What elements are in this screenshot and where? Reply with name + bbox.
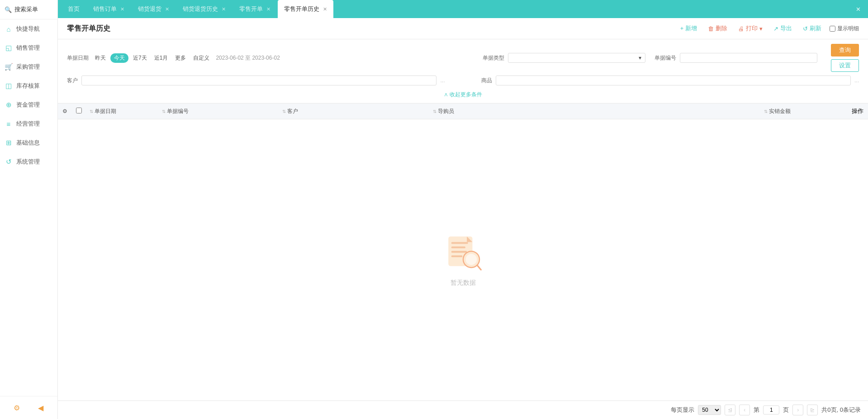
sidebar-search[interactable]: 🔍 搜索采单 <box>0 0 57 19</box>
date-btn-more[interactable]: 更多 <box>172 53 189 63</box>
tab-sales-order[interactable]: 销售订单 ✕ <box>87 0 131 18</box>
col-number-label: 单据编号 <box>167 108 189 115</box>
sidebar-item-label: 资金管理 <box>16 101 40 109</box>
col-checkbox <box>76 108 90 115</box>
empty-illustration <box>441 233 486 273</box>
date-btn-yesterday[interactable]: 昨天 <box>92 53 109 63</box>
refresh-button[interactable]: ↺ 刷新 <box>800 23 824 34</box>
date-btn-7days[interactable]: 近7天 <box>130 53 150 63</box>
print-arrow-icon: ▾ <box>759 25 763 32</box>
sort-amount-btn[interactable]: ⇅ 实销金额 <box>764 108 836 115</box>
date-btn-today[interactable]: 今天 <box>110 53 128 63</box>
tab-sales-return-history-close[interactable]: ✕ <box>222 6 226 12</box>
col-action: 操作 <box>836 107 863 115</box>
sidebar-item-inventory[interactable]: ◫ 库存核算 <box>0 76 57 95</box>
date-btn-1month[interactable]: 近1月 <box>152 53 171 63</box>
col-customer-label: 客户 <box>287 108 298 115</box>
filter-goods-label: 商品 <box>481 77 492 85</box>
sidebar-bottom: ⚙ ◀ <box>0 396 57 419</box>
sidebar-item-finance[interactable]: ⊕ 资金管理 <box>0 95 57 114</box>
tab-sales-order-close[interactable]: ✕ <box>120 6 124 12</box>
select-all-checkbox[interactable] <box>76 108 82 113</box>
first-page-btn[interactable]: ⊴ <box>725 405 735 415</box>
filter-customer-dots[interactable]: ... <box>440 77 445 84</box>
add-button[interactable]: + 新增 <box>678 23 700 34</box>
prev-page-btn[interactable]: ‹ <box>739 405 750 415</box>
print-button[interactable]: 🖨 打印 ▾ <box>735 23 765 34</box>
sidebar-item-quick-nav[interactable]: ⌂ 快捷导航 <box>0 19 57 38</box>
filter-date-btns: 昨天 今天 近7天 近1月 更多 自定义 <box>92 53 212 63</box>
filter-customer-input[interactable] <box>81 75 436 85</box>
sidebar-item-basic[interactable]: ⊞ 基础信息 <box>0 133 57 152</box>
display-toggle[interactable]: 显示明细 <box>830 25 859 33</box>
topbar-close-btn[interactable]: ✕ <box>856 6 861 13</box>
collapse-label: ∧ 收起更多条件 <box>444 91 482 99</box>
filter-number-label: 单据编号 <box>655 54 676 62</box>
sidebar-item-sales[interactable]: ◱ 销售管理 <box>0 38 57 57</box>
filter-number-input[interactable] <box>680 53 817 63</box>
page-number-input[interactable] <box>763 405 779 414</box>
sort-guide-btn[interactable]: ⇅ 导购员 <box>433 108 523 115</box>
topbar-right: ✕ <box>856 6 864 13</box>
page-label: 第 <box>754 406 759 414</box>
svg-point-6 <box>465 254 477 265</box>
search-icon: 🔍 <box>5 6 12 13</box>
tab-sales-return-history[interactable]: 销货退货历史 ✕ <box>176 0 232 18</box>
tab-retail-history-close[interactable]: ✕ <box>323 6 327 12</box>
export-label: 导出 <box>780 24 792 33</box>
query-button[interactable]: 查询 <box>831 44 859 56</box>
column-settings-btn[interactable]: ⚙ <box>62 108 76 114</box>
date-btn-custom[interactable]: 自定义 <box>190 53 212 63</box>
filter-goods: 商品 ... <box>481 75 859 85</box>
collapse-btn[interactable]: ∧ 收起更多条件 <box>67 89 859 99</box>
sort-date-btn[interactable]: ⇅ 单据日期 <box>90 108 162 115</box>
topbar: 首页 销售订单 ✕ 销货退货 ✕ 销货退货历史 ✕ 零售开单 ✕ 零售开单历史 … <box>58 0 868 18</box>
tab-retail-open-close[interactable]: ✕ <box>266 6 270 12</box>
tab-sales-order-label: 销售订单 <box>93 5 117 13</box>
tab-retail-open[interactable]: 零售开单 ✕ <box>233 0 277 18</box>
print-label: 打印 <box>746 24 758 33</box>
export-icon: ↗ <box>773 25 778 32</box>
per-page-select[interactable]: 50 100 200 <box>698 405 721 415</box>
filter-settings-button[interactable]: 设置 <box>831 59 859 72</box>
sidebar-item-purchase[interactable]: 🛒 采购管理 <box>0 57 57 76</box>
sidebar-item-label: 经营管理 <box>16 120 40 128</box>
sidebar-settings-icon[interactable]: ⚙ <box>10 401 24 414</box>
tab-sales-return-close[interactable]: ✕ <box>165 6 169 12</box>
svg-rect-3 <box>451 251 466 253</box>
sort-customer-btn[interactable]: ⇅ 客户 <box>282 108 433 115</box>
display-toggle-checkbox[interactable] <box>830 26 835 32</box>
last-page-btn[interactable]: ⊵ <box>807 405 818 415</box>
refresh-icon: ↺ <box>803 25 808 32</box>
sidebar-collapse-icon[interactable]: ◀ <box>34 401 47 414</box>
filter-goods-input[interactable] <box>496 75 851 85</box>
purchase-icon: 🛒 <box>5 63 13 71</box>
svg-rect-1 <box>451 242 468 244</box>
col-customer: ⇅ 客户 <box>282 108 433 115</box>
sort-number-btn[interactable]: ⇅ 单据编号 <box>162 108 282 115</box>
empty-text: 暂无数据 <box>451 279 476 287</box>
tab-sales-return[interactable]: 销货退货 ✕ <box>132 0 175 18</box>
sort-icon: ⇅ <box>90 109 93 114</box>
filter-type-select[interactable]: ▾ <box>508 53 645 63</box>
col-number: ⇅ 单据编号 <box>162 108 282 115</box>
filter-goods-dots[interactable]: ... <box>854 77 859 84</box>
table-area: ⚙ ⇅ 单据日期 ⇅ 单据编号 <box>58 104 868 419</box>
delete-button[interactable]: 🗑 删除 <box>705 23 730 34</box>
sidebar-item-operation[interactable]: ≡ 经营管理 <box>0 114 57 133</box>
next-page-btn[interactable]: › <box>792 405 803 415</box>
page-title: 零售开单历史 <box>67 24 110 33</box>
col-amount-label: 实销金额 <box>769 108 791 115</box>
col-amount: ⇅ 实销金额 <box>764 108 836 115</box>
main: 首页 销售订单 ✕ 销货退货 ✕ 销货退货历史 ✕ 零售开单 ✕ 零售开单历史 … <box>58 0 868 419</box>
pagination: 每页显示 50 100 200 ⊴ ‹ 第 页 › ⊵ 共0页, 0条记录 <box>58 400 868 419</box>
tab-retail-history[interactable]: 零售开单历史 ✕ <box>278 0 333 18</box>
filter-customer: 客户 ... <box>67 75 445 85</box>
sidebar-item-system[interactable]: ↺ 系统管理 <box>0 152 57 171</box>
filter-type: 单据类型 ▾ <box>483 53 645 63</box>
tab-home[interactable]: 首页 <box>62 0 86 18</box>
filter-type-label: 单据类型 <box>483 54 504 62</box>
sidebar-item-label: 基础信息 <box>16 139 40 147</box>
col-guide: ⇅ 导购员 <box>433 108 523 115</box>
export-button[interactable]: ↗ 导出 <box>771 23 795 34</box>
